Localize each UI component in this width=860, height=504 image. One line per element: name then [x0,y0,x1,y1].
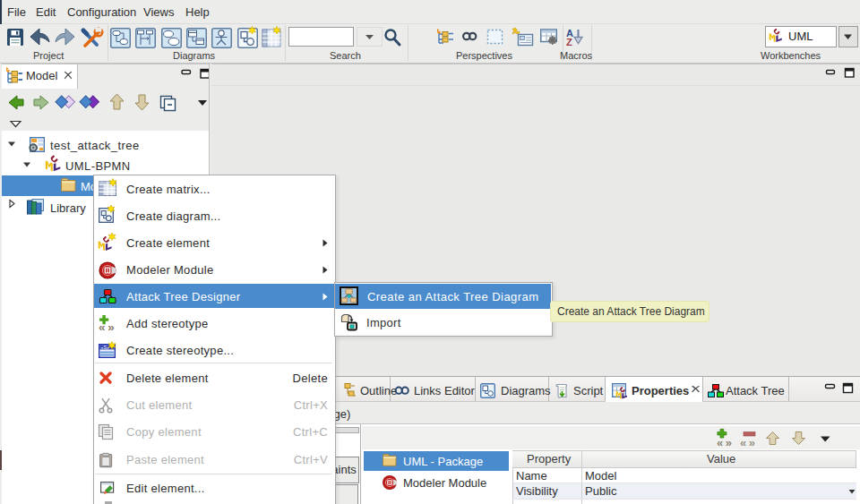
svg-text:« »: « » [99,320,115,334]
svg-text:« »: « » [740,436,755,449]
svg-text:« »: « » [717,436,732,449]
svg-text:UML: UML [788,30,813,43]
svg-text:Z: Z [566,37,572,47]
